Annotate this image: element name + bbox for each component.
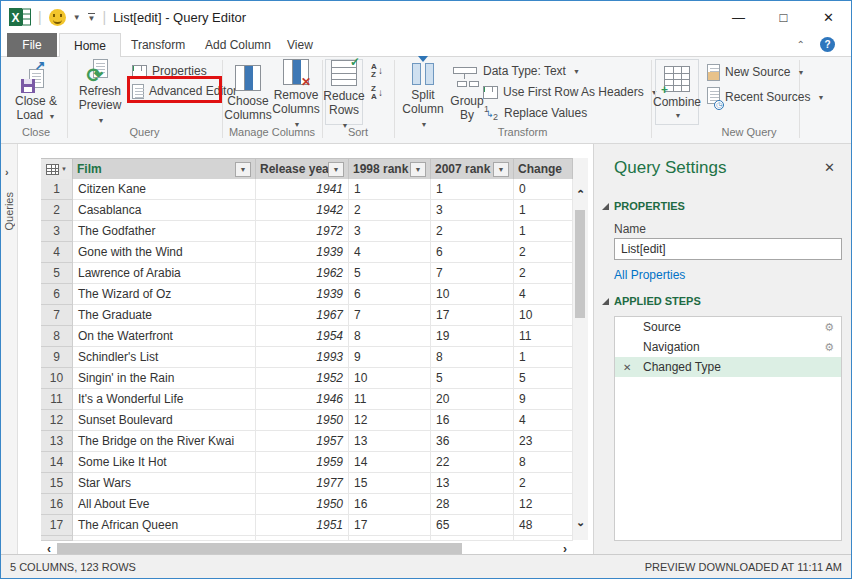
film-cell[interactable]: The Graduate	[73, 305, 256, 326]
release-year-cell[interactable]: 1972	[256, 221, 349, 242]
rank-2007-cell[interactable]: 36	[431, 431, 514, 452]
column-header-2007-rank[interactable]: 2007 rank ▼	[431, 158, 514, 180]
rank-2007-cell[interactable]: 3	[431, 200, 514, 221]
change-cell[interactable]: 1	[514, 221, 573, 242]
column-header-1998-rank[interactable]: 1998 rank ▼	[349, 158, 431, 180]
properties-section-header[interactable]: PROPERTIES	[602, 200, 685, 212]
delete-step-icon[interactable]: ✕	[623, 362, 631, 373]
release-year-cell[interactable]: 1957	[256, 431, 349, 452]
tab-home[interactable]: Home	[59, 33, 121, 58]
tab-transform[interactable]: Transform	[117, 33, 199, 57]
film-cell[interactable]: Citizen Kane	[73, 179, 256, 200]
column-header-film[interactable]: Film ▼	[73, 158, 256, 180]
film-cell[interactable]: Singin' in the Rain	[73, 368, 256, 389]
change-cell[interactable]: 9	[514, 389, 573, 410]
help-icon[interactable]: ?	[820, 37, 835, 52]
rank-1998-cell[interactable]: 12	[349, 410, 431, 431]
film-cell[interactable]: The Bridge on the River Kwai	[73, 431, 256, 452]
rank-1998-cell[interactable]: 3	[349, 221, 431, 242]
choose-columns-button[interactable]: Choose Columns	[225, 59, 271, 125]
use-first-row-as-headers-button[interactable]: Use First Row As Headers▼	[483, 82, 658, 102]
change-cell[interactable]: 8	[514, 452, 573, 473]
change-cell[interactable]: 1	[514, 200, 573, 221]
horizontal-scroll-thumb[interactable]	[57, 543, 462, 554]
replace-values-button[interactable]: 1↳2 Replace Values	[483, 103, 587, 123]
maximize-button[interactable]: □	[761, 1, 806, 33]
release-year-cell[interactable]: 1977	[256, 473, 349, 494]
filter-button[interactable]: ▼	[328, 162, 344, 177]
step-navigation[interactable]: Navigation ⚙	[615, 337, 841, 357]
rank-2007-cell[interactable]: 1	[431, 179, 514, 200]
release-year-cell[interactable]: 1942	[256, 200, 349, 221]
table-corner-button[interactable]: ▼	[41, 158, 73, 180]
rank-1998-cell[interactable]: 10	[349, 368, 431, 389]
change-cell[interactable]: 2	[514, 473, 573, 494]
film-cell[interactable]: Gone with the Wind	[73, 242, 256, 263]
rank-1998-cell[interactable]: 13	[349, 431, 431, 452]
vertical-scrollbar[interactable]: ⌃ ⌄	[573, 158, 588, 540]
rank-1998-cell[interactable]: 17	[349, 515, 431, 536]
refresh-preview-button[interactable]: ⟳ Refresh Preview ▼	[73, 59, 127, 125]
rank-2007-cell[interactable]: 6	[431, 242, 514, 263]
rank-1998-cell[interactable]: 11	[349, 389, 431, 410]
release-year-cell[interactable]: 1954	[256, 326, 349, 347]
film-cell[interactable]: Sunset Boulevard	[73, 410, 256, 431]
row-number-cell[interactable]: 1	[41, 179, 73, 200]
rank-2007-cell[interactable]: 5	[431, 368, 514, 389]
rank-1998-cell[interactable]: 8	[349, 326, 431, 347]
row-number-cell[interactable]: 4	[41, 242, 73, 263]
properties-button[interactable]: Properties	[132, 61, 207, 81]
release-year-cell[interactable]: 1950	[256, 410, 349, 431]
change-cell[interactable]: 1	[514, 347, 573, 368]
change-cell[interactable]: 2	[514, 263, 573, 284]
film-cell[interactable]: Some Like It Hot	[73, 452, 256, 473]
applied-steps-section-header[interactable]: APPLIED STEPS	[602, 295, 701, 307]
rank-2007-cell[interactable]: 65	[431, 515, 514, 536]
step-changed-type[interactable]: ✕ Changed Type	[615, 357, 841, 377]
new-source-button[interactable]: New Source▼	[707, 62, 804, 82]
all-properties-link[interactable]: All Properties	[614, 268, 685, 282]
tab-view[interactable]: View	[273, 33, 327, 57]
change-cell[interactable]: 5	[514, 368, 573, 389]
rank-1998-cell[interactable]: 1	[349, 179, 431, 200]
collapse-ribbon-icon[interactable]: ⌃	[797, 39, 805, 50]
film-cell[interactable]: Star Wars	[73, 473, 256, 494]
change-cell[interactable]: 2	[514, 242, 573, 263]
row-number-cell[interactable]: 2	[41, 200, 73, 221]
rank-2007-cell[interactable]: 20	[431, 389, 514, 410]
split-column-button[interactable]: Split Column ▼	[400, 59, 446, 125]
quick-access-toolbar-icon[interactable]: ▼	[88, 13, 96, 22]
rank-2007-cell[interactable]: 10	[431, 284, 514, 305]
row-number-cell[interactable]: 16	[41, 494, 73, 515]
change-cell[interactable]: 4	[514, 410, 573, 431]
row-number-cell[interactable]: 3	[41, 221, 73, 242]
release-year-cell[interactable]: 1950	[256, 494, 349, 515]
rank-2007-cell[interactable]: 16	[431, 410, 514, 431]
row-number-cell[interactable]: 9	[41, 347, 73, 368]
minimize-button[interactable]: —	[716, 1, 761, 33]
row-number-cell[interactable]: 10	[41, 368, 73, 389]
rank-2007-cell[interactable]: 2	[431, 221, 514, 242]
combine-button[interactable]: + Combine ▼	[655, 59, 699, 125]
row-number-cell[interactable]: 7	[41, 305, 73, 326]
close-button[interactable]: ✕	[806, 1, 851, 33]
rank-1998-cell[interactable]: 16	[349, 494, 431, 515]
change-cell[interactable]: 4	[514, 284, 573, 305]
rank-1998-cell[interactable]: 4	[349, 242, 431, 263]
rank-1998-cell[interactable]: 5	[349, 263, 431, 284]
rank-1998-cell[interactable]: 6	[349, 284, 431, 305]
film-cell[interactable]: Lawrence of Arabia	[73, 263, 256, 284]
tab-file[interactable]: File	[7, 33, 57, 57]
release-year-cell[interactable]: 1993	[256, 347, 349, 368]
release-year-cell[interactable]: 1952	[256, 368, 349, 389]
remove-columns-button[interactable]: ✕ Remove Columns ▼	[272, 59, 320, 125]
query-name-input[interactable]	[614, 238, 842, 260]
row-number-cell[interactable]: 15	[41, 473, 73, 494]
row-number-cell[interactable]: 13	[41, 431, 73, 452]
rank-2007-cell[interactable]: 13	[431, 473, 514, 494]
rank-1998-cell[interactable]: 7	[349, 305, 431, 326]
tab-add-column[interactable]: Add Column	[191, 33, 285, 57]
release-year-cell[interactable]: 1939	[256, 242, 349, 263]
film-cell[interactable]: The African Queen	[73, 515, 256, 536]
film-cell[interactable]: The Godfather	[73, 221, 256, 242]
